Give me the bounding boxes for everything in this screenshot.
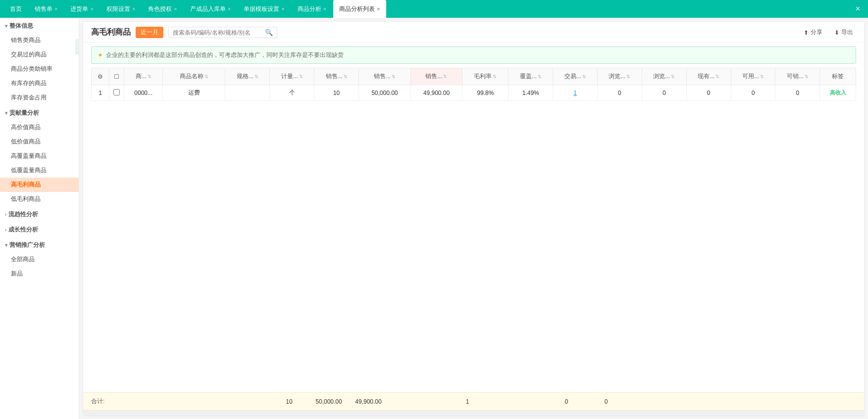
cell-sales-profit: 49,900.00 xyxy=(410,85,462,101)
cell-name: 运费 xyxy=(163,85,225,101)
sidebar-item-in-stock[interactable]: 有库存的商品 xyxy=(0,76,79,91)
close-warehouse-tab[interactable]: × xyxy=(228,6,231,12)
close-purchase-tab[interactable]: × xyxy=(90,6,93,12)
nav-tab-roles-label: 角色授权 xyxy=(148,5,172,13)
col-settings[interactable]: ⚙ xyxy=(92,68,109,85)
sidebar-item-all-goods[interactable]: 全部商品 xyxy=(0,252,79,267)
col-coverage[interactable]: 覆盖...⇅ xyxy=(509,68,553,85)
nav-tab-sales[interactable]: 销售单 × xyxy=(29,0,63,18)
sidebar-item-low-margin[interactable]: 低毛利商品 xyxy=(0,192,79,206)
sidebar-group-marketing-label: 营销推广分析 xyxy=(9,241,45,249)
col-tag[interactable]: 标签 xyxy=(820,68,856,85)
col-unit[interactable]: 计量...⇅ xyxy=(270,68,314,85)
nav-tab-purchase-label: 进货单 xyxy=(70,5,88,13)
col-browse1[interactable]: 浏览...⇅ xyxy=(598,68,642,85)
footer-spacer2 xyxy=(160,398,200,405)
nav-tab-analysis-list[interactable]: 商品分析列表 × xyxy=(333,0,386,18)
col-spec[interactable]: 规格...⇅ xyxy=(225,68,270,85)
cell-gross-rate: 99.8% xyxy=(462,85,509,101)
sidebar-item-low-coverage[interactable]: 低覆盖量商品 xyxy=(0,163,79,178)
sidebar-item-low-value[interactable]: 低价值商品 xyxy=(0,135,79,149)
sidebar-group-overall-label: 整体信息 xyxy=(9,22,33,30)
search-icon[interactable]: 🔍 xyxy=(265,29,273,36)
arrow-icon-marketing: ▾ xyxy=(5,242,7,248)
table-container: ⚙ ☐ 商...⇅ 商品名称⇅ 规格...⇅ 计量...⇅ xyxy=(83,68,864,392)
col-name[interactable]: 商品名称⇅ xyxy=(163,68,225,85)
nav-tab-template[interactable]: 单据模板设置 × xyxy=(238,0,290,18)
nav-tab-analysis[interactable]: 商品分析 × xyxy=(292,0,332,18)
sidebar-group-contribution[interactable]: ▾ 贡献量分析 xyxy=(0,105,79,120)
nav-tab-purchase[interactable]: 进货单 × xyxy=(64,0,99,18)
table-row: 1 0000... 运费 个 10 50,000.00 49,900.00 99… xyxy=(92,85,856,101)
sidebar-item-category-rate[interactable]: 商品分类助销率 xyxy=(0,62,79,76)
sidebar-item-new-goods[interactable]: 新品 xyxy=(0,267,79,281)
footer-spacer7 xyxy=(487,398,517,405)
sidebar-item-high-value[interactable]: 高价值商品 xyxy=(0,120,79,135)
close-sales-tab[interactable]: × xyxy=(54,6,57,12)
nav-tab-home[interactable]: 首页 xyxy=(4,0,28,18)
close-all-button[interactable]: × xyxy=(852,4,864,13)
cell-current-stock: 0 xyxy=(686,85,731,101)
col-browse2[interactable]: 浏览...⇅ xyxy=(642,68,686,85)
tag-badge: 高收入 xyxy=(830,90,846,95)
data-table: ⚙ ☐ 商...⇅ 商品名称⇅ 规格...⇅ 计量...⇅ xyxy=(91,68,856,101)
sidebar-group-growth[interactable]: › 成长性分析 xyxy=(0,222,79,237)
col-transaction[interactable]: 交易...⇅ xyxy=(553,68,598,85)
close-analysis-tab[interactable]: × xyxy=(323,6,326,12)
cell-checkbox[interactable] xyxy=(109,85,124,101)
footer-sales-amount: 50,000.00 xyxy=(309,398,349,405)
transaction-link[interactable]: 1 xyxy=(573,90,577,96)
cell-unit: 个 xyxy=(270,85,314,101)
sidebar-item-high-margin[interactable]: 高毛利商品 xyxy=(0,178,79,192)
col-sales-qty[interactable]: 销售...⇅ xyxy=(314,68,359,85)
cell-sales-amount: 50,000.00 xyxy=(359,85,411,101)
share-button[interactable]: ⬆ 分享 xyxy=(801,27,825,38)
col-current-stock[interactable]: 现有...⇅ xyxy=(686,68,731,85)
sidebar-item-sales-goods[interactable]: 销售类商品 xyxy=(0,33,79,47)
info-icon: ✦ xyxy=(98,51,103,59)
cell-sales-qty: 10 xyxy=(314,85,359,101)
close-roles-tab[interactable]: × xyxy=(174,6,177,12)
nav-tab-permissions-label: 权限设置 xyxy=(106,5,130,13)
main-layout: ▾ 整体信息 销售类商品 交易过的商品 商品分类助销率 有库存的商品 库存资金占… xyxy=(0,18,868,419)
close-template-tab[interactable]: × xyxy=(281,6,284,12)
col-code[interactable]: 商...⇅ xyxy=(124,68,163,85)
table-header-row: ⚙ ☐ 商...⇅ 商品名称⇅ 规格...⇅ 计量...⇅ xyxy=(92,68,856,85)
sidebar-group-marketing[interactable]: ▾ 营销推广分析 xyxy=(0,237,79,252)
export-button[interactable]: ⬇ 导出 xyxy=(831,27,856,38)
nav-tab-analysis-label: 商品分析 xyxy=(298,5,321,13)
footer-total-row: 合计: 10 50,000.00 49,900.00 1 0 0 xyxy=(83,392,864,410)
col-sellable[interactable]: 可销...⇅ xyxy=(775,68,820,85)
footer-spacer6 xyxy=(418,398,448,405)
col-sales-profit[interactable]: 销售...⇅ xyxy=(410,68,462,85)
filter-recent-month-button[interactable]: 近一月 xyxy=(136,27,163,38)
cell-spec xyxy=(225,85,270,101)
col-checkbox[interactable]: ☐ xyxy=(109,68,124,85)
col-available[interactable]: 可用...⇅ xyxy=(731,68,775,85)
sidebar-group-contribution-label: 贡献量分析 xyxy=(9,109,39,117)
sidebar-item-stock-capital[interactable]: 库存资金占用 xyxy=(0,91,79,105)
export-label: 导出 xyxy=(841,28,853,37)
footer-label: 合计: xyxy=(91,397,121,406)
sidebar-collapse-button[interactable]: ‹ xyxy=(76,40,79,54)
nav-tab-roles[interactable]: 角色授权 × xyxy=(142,0,183,18)
nav-tab-permissions[interactable]: 权限设置 × xyxy=(101,0,141,18)
bottom-scrollbar[interactable] xyxy=(83,410,864,415)
sidebar-group-trend[interactable]: › 流趋性分析 xyxy=(0,206,79,222)
nav-tab-warehouse[interactable]: 产成品入库单 × xyxy=(184,0,237,18)
nav-tab-home-label: 首页 xyxy=(10,5,22,13)
close-permissions-tab[interactable]: × xyxy=(132,6,135,12)
nav-tab-sales-label: 销售单 xyxy=(35,5,52,13)
sidebar-group-overall[interactable]: ▾ 整体信息 xyxy=(0,18,79,33)
col-gross-rate[interactable]: 毛利率⇅ xyxy=(462,68,509,85)
sidebar-item-traded-goods[interactable]: 交易过的商品 xyxy=(0,47,79,62)
close-analysis-list-tab[interactable]: × xyxy=(377,6,380,12)
row-checkbox[interactable] xyxy=(113,89,120,95)
info-banner: ✦ 企业的主要的利润都是这部分商品创造的，可考虑加大推广，同时关注库存是不要出现… xyxy=(91,47,856,64)
sidebar-item-high-coverage[interactable]: 高覆盖量商品 xyxy=(0,149,79,163)
col-sales-amount[interactable]: 销售...⇅ xyxy=(359,68,411,85)
footer-cells: 10 50,000.00 49,900.00 1 0 0 xyxy=(121,398,856,405)
sidebar-group-trend-label: 流趋性分析 xyxy=(8,210,38,219)
info-banner-text: 企业的主要的利润都是这部分商品创造的，可考虑加大推广，同时关注库存是不要出现缺货 xyxy=(106,51,344,59)
search-input[interactable] xyxy=(173,29,262,36)
